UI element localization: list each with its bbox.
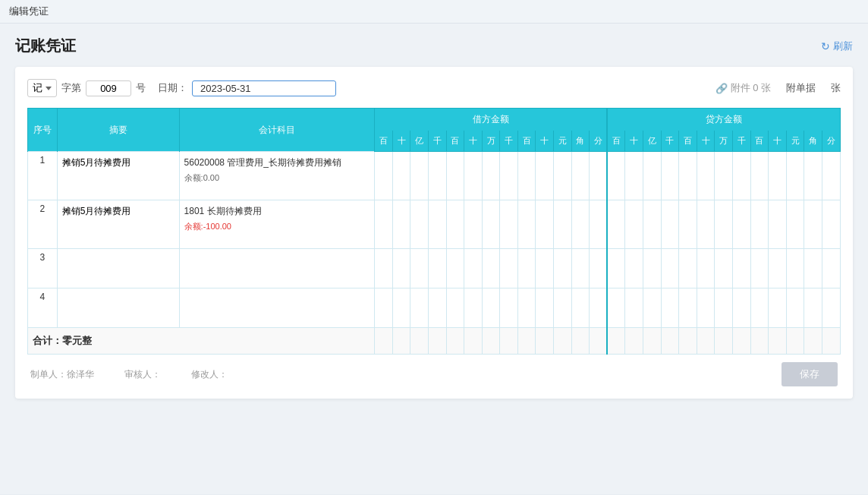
row2-debit-9[interactable]: [536, 249, 554, 288]
table-row[interactable]: 2摊销5月待摊费用1801 长期待摊费用余额:-100.00: [28, 200, 841, 249]
row2-debit-10[interactable]: [554, 249, 572, 288]
row2-credit-8[interactable]: [750, 249, 769, 288]
save-button[interactable]: 保存: [782, 362, 838, 386]
table-row[interactable]: 4: [28, 288, 841, 328]
row0-debit-3[interactable]: [428, 152, 446, 200]
row2-credit-5[interactable]: [697, 249, 715, 288]
row3-credit-7[interactable]: [733, 288, 751, 328]
row0-credit-3[interactable]: [661, 152, 679, 200]
row2-credit-2[interactable]: [643, 249, 662, 288]
row0-debit-8[interactable]: [517, 152, 536, 200]
row0-debit-10[interactable]: [554, 152, 572, 200]
row1-credit-12[interactable]: [822, 200, 840, 249]
row0-credit-6[interactable]: [715, 152, 733, 200]
row2-debit-12[interactable]: [590, 249, 608, 288]
row1-debit-3[interactable]: [428, 200, 446, 249]
row0-credit-1[interactable]: [625, 152, 643, 200]
row2-debit-11[interactable]: [571, 249, 590, 288]
attachment-single-btn[interactable]: 附单据: [786, 81, 816, 95]
row0-debit-7[interactable]: [500, 152, 518, 200]
row1-debit-10[interactable]: [554, 200, 572, 249]
row1-debit-8[interactable]: [517, 200, 536, 249]
row2-credit-7[interactable]: [733, 249, 751, 288]
row3-debit-4[interactable]: [446, 288, 464, 328]
row2-credit-1[interactable]: [625, 249, 643, 288]
row3-debit-12[interactable]: [590, 288, 608, 328]
row0-credit-12[interactable]: [822, 152, 840, 200]
row-account-3[interactable]: [179, 288, 375, 328]
row3-credit-3[interactable]: [661, 288, 679, 328]
row3-debit-11[interactable]: [571, 288, 590, 328]
refresh-button[interactable]: ↻ 刷新: [821, 39, 853, 53]
row-summary-0[interactable]: 摊销5月待摊费用: [57, 152, 179, 200]
row-account-1[interactable]: 1801 长期待摊费用余额:-100.00: [179, 200, 375, 249]
row1-debit-12[interactable]: [590, 200, 608, 249]
row2-credit-4[interactable]: [679, 249, 697, 288]
ji-select[interactable]: 记: [27, 79, 57, 97]
row2-credit-11[interactable]: [804, 249, 822, 288]
row0-debit-4[interactable]: [446, 152, 464, 200]
row1-credit-8[interactable]: [750, 200, 769, 249]
date-input[interactable]: [192, 80, 336, 96]
row2-credit-12[interactable]: [822, 249, 840, 288]
row0-credit-4[interactable]: [679, 152, 697, 200]
row3-debit-8[interactable]: [517, 288, 536, 328]
row1-credit-0[interactable]: [607, 200, 625, 249]
row3-credit-10[interactable]: [786, 288, 804, 328]
row2-debit-1[interactable]: [392, 249, 410, 288]
row2-credit-0[interactable]: [607, 249, 625, 288]
row2-debit-0[interactable]: [375, 249, 393, 288]
row2-debit-5[interactable]: [464, 249, 483, 288]
row2-debit-3[interactable]: [428, 249, 446, 288]
table-row[interactable]: 3: [28, 249, 841, 288]
zi-input[interactable]: [86, 80, 131, 96]
row2-debit-2[interactable]: [410, 249, 429, 288]
row1-credit-3[interactable]: [661, 200, 679, 249]
row1-debit-0[interactable]: [375, 200, 393, 249]
row1-debit-5[interactable]: [464, 200, 483, 249]
row1-debit-9[interactable]: [536, 200, 554, 249]
row3-debit-0[interactable]: [375, 288, 393, 328]
row3-credit-9[interactable]: [769, 288, 787, 328]
row3-credit-6[interactable]: [715, 288, 733, 328]
row0-credit-7[interactable]: [733, 152, 751, 200]
row1-credit-6[interactable]: [715, 200, 733, 249]
row1-credit-11[interactable]: [804, 200, 822, 249]
row1-credit-10[interactable]: [786, 200, 804, 249]
row3-debit-2[interactable]: [410, 288, 429, 328]
row-summary-3[interactable]: [57, 288, 179, 328]
row2-credit-10[interactable]: [786, 249, 804, 288]
row2-credit-6[interactable]: [715, 249, 733, 288]
row2-debit-8[interactable]: [517, 249, 536, 288]
row-summary-2[interactable]: [57, 249, 179, 288]
row0-debit-11[interactable]: [571, 152, 590, 200]
row3-debit-5[interactable]: [464, 288, 483, 328]
row0-debit-9[interactable]: [536, 152, 554, 200]
row2-credit-9[interactable]: [769, 249, 787, 288]
row2-debit-4[interactable]: [446, 249, 464, 288]
row-account-2[interactable]: [179, 249, 375, 288]
row0-credit-9[interactable]: [769, 152, 787, 200]
row0-debit-6[interactable]: [482, 152, 500, 200]
row3-credit-5[interactable]: [697, 288, 715, 328]
row3-debit-7[interactable]: [500, 288, 518, 328]
row1-debit-1[interactable]: [392, 200, 410, 249]
row3-credit-1[interactable]: [625, 288, 643, 328]
row1-debit-11[interactable]: [571, 200, 590, 249]
row1-debit-4[interactable]: [446, 200, 464, 249]
row1-credit-9[interactable]: [769, 200, 787, 249]
row0-debit-12[interactable]: [590, 152, 608, 200]
row0-credit-5[interactable]: [697, 152, 715, 200]
row3-debit-6[interactable]: [482, 288, 500, 328]
row-summary-1[interactable]: 摊销5月待摊费用: [57, 200, 179, 249]
attachment-link[interactable]: 🔗 附件 0 张: [715, 81, 771, 95]
row0-credit-8[interactable]: [750, 152, 769, 200]
row2-debit-7[interactable]: [500, 249, 518, 288]
row2-credit-3[interactable]: [661, 249, 679, 288]
row1-debit-2[interactable]: [410, 200, 429, 249]
row-account-0[interactable]: 56020008 管理费用_长期待摊费用摊销余额:0.00: [179, 152, 375, 200]
row0-credit-0[interactable]: [607, 152, 625, 200]
row3-debit-9[interactable]: [536, 288, 554, 328]
row0-credit-2[interactable]: [643, 152, 662, 200]
row1-debit-7[interactable]: [500, 200, 518, 249]
